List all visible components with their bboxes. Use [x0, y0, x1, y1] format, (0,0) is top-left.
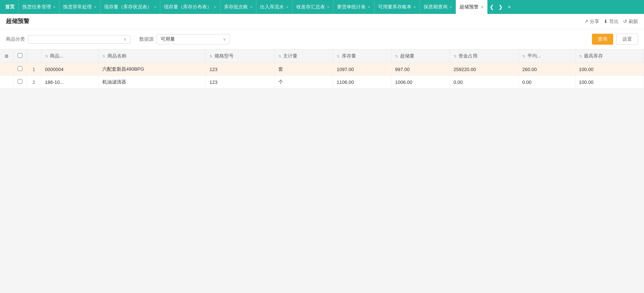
row-checkbox-cell[interactable]: [13, 63, 26, 76]
column-spec[interactable]: ⇅ 规格型号: [206, 49, 274, 63]
row-checkbox-cell[interactable]: [13, 76, 26, 89]
close-icon[interactable]: ×: [214, 5, 216, 9]
nav-tab-avail-stock[interactable]: 可用量库存账本 ×: [374, 0, 420, 14]
sort-icon: ⇅: [209, 54, 212, 58]
close-icon[interactable]: ×: [414, 5, 416, 9]
row-over-qty: 1006.00: [391, 76, 450, 89]
page-header: 超储预警 ↗ 分享 ⬇ 导出 ↺ 刷新: [0, 14, 644, 29]
refresh-button[interactable]: ↺ 刷新: [623, 18, 638, 25]
close-icon[interactable]: ×: [94, 5, 96, 9]
row-number: 1: [26, 63, 41, 76]
close-icon[interactable]: ×: [327, 5, 329, 9]
table-row: 2 186-10... 机油滤清器 123 个 1106.00 1006.00 …: [0, 76, 644, 89]
table-header-row: ⚙ ⇅ 商品... ⇅ 商品名称 ⇅ 规格型号: [0, 49, 644, 63]
row-checkbox[interactable]: [18, 66, 22, 71]
column-settings[interactable]: ⚙: [0, 49, 13, 63]
row-spec: 123: [206, 63, 274, 76]
column-max-stock[interactable]: ⇅ 最高库存: [575, 49, 644, 63]
close-icon[interactable]: ×: [250, 5, 252, 9]
row-avg: 260.00: [518, 63, 575, 76]
nav-tab-stock-batch[interactable]: 库存批次账 ×: [220, 0, 256, 14]
datasource-select[interactable]: 可用量 ∨: [157, 34, 230, 44]
row-capital-used: 0.00: [450, 76, 518, 89]
nav-arrow-right[interactable]: ❯: [496, 0, 505, 14]
column-avg[interactable]: ⇅ 平均...: [518, 49, 575, 63]
column-stock-qty[interactable]: ⇅ 库存量: [333, 49, 391, 63]
close-icon[interactable]: ×: [286, 5, 288, 9]
nav-tab-stock-status[interactable]: 现存量（库存状况表） ×: [100, 0, 160, 14]
datasource-filter: 数据源 可用量 ∨: [139, 34, 230, 44]
datasource-value: 可用量: [161, 36, 175, 42]
nav-arrow-close[interactable]: ×: [505, 0, 514, 14]
row-unit: 个: [274, 76, 333, 89]
nav-tab-home[interactable]: 首页: [1, 0, 19, 14]
column-capital-used[interactable]: ⇅ 资金占用: [450, 49, 518, 63]
column-unit[interactable]: ⇅ 主计量: [274, 49, 333, 63]
select-all-checkbox[interactable]: [18, 53, 22, 58]
row-unit: 套: [274, 63, 333, 76]
nav-tab-tuo-task[interactable]: 拣货任务管理 ×: [19, 0, 59, 14]
nav-tab-tuo-abnormal[interactable]: 拣货异常处理 ×: [59, 0, 100, 14]
table-row: 1 0000004 六配套新昌490BPG 123 套 1097.00 997.…: [0, 63, 644, 76]
nav-arrow-left[interactable]: ❮: [487, 0, 496, 14]
export-icon: ⬇: [604, 19, 608, 24]
row-over-qty: 997.00: [391, 63, 450, 76]
category-filter: 商品分类 ∨: [6, 35, 131, 44]
row-number: 2: [26, 76, 41, 89]
column-checkbox[interactable]: [13, 49, 26, 63]
row-capital-used: 259220.00: [450, 63, 518, 76]
top-navigation: 首页 拣货任务管理 × 拣货异常处理 × 现存量（库存状况表） × 现存量（库存…: [0, 0, 644, 14]
sort-icon: ⇅: [102, 54, 105, 58]
row-product-code: 186-10...: [41, 76, 98, 89]
query-button[interactable]: 查询: [592, 34, 613, 45]
close-icon[interactable]: ×: [368, 5, 370, 9]
datasource-label: 数据源: [139, 36, 154, 42]
category-select[interactable]: ∨: [28, 35, 131, 44]
row-spec: 123: [206, 76, 274, 89]
row-product-name: 机油滤清器: [98, 76, 205, 89]
column-product-name[interactable]: ⇅ 商品名称: [98, 49, 205, 63]
sort-icon: ⇅: [522, 54, 525, 58]
row-checkbox[interactable]: [18, 79, 22, 84]
dropdown-arrow-icon: ∨: [223, 37, 226, 42]
settings-button[interactable]: 设置: [616, 34, 638, 45]
column-row-num: [26, 49, 41, 63]
nav-tab-stock-dist[interactable]: 现存量（库存分布表） ×: [160, 0, 220, 14]
row-stock-qty: 1106.00: [333, 76, 391, 89]
row-settings-cell: [0, 76, 13, 89]
data-table-container: ⚙ ⇅ 商品... ⇅ 商品名称 ⇅ 规格型号: [0, 49, 644, 89]
nav-tab-quality-check[interactable]: 保质期查询 ×: [420, 0, 456, 14]
gear-icon[interactable]: ⚙: [4, 53, 9, 59]
row-product-code: 0000004: [41, 63, 98, 76]
nav-tab-inout-flow[interactable]: 出入库流水 ×: [256, 0, 292, 14]
row-max-stock: 100.00: [575, 76, 644, 89]
column-over-qty[interactable]: ⇅ 超储量: [391, 49, 450, 63]
sort-icon: ⇅: [45, 54, 48, 58]
dropdown-arrow-icon: ∨: [124, 37, 127, 42]
sort-icon: ⇅: [337, 54, 340, 58]
nav-tab-overstock[interactable]: 超储预警 ×: [456, 0, 487, 14]
filter-actions: 查询 设置: [592, 34, 638, 45]
category-label: 商品分类: [6, 36, 25, 42]
row-stock-qty: 1097.00: [333, 63, 391, 76]
nav-tab-order-stats[interactable]: 要货单统计表 ×: [333, 0, 374, 14]
refresh-icon: ↺: [623, 19, 627, 24]
sort-icon: ⇅: [395, 54, 398, 58]
close-icon[interactable]: ×: [450, 5, 452, 9]
sort-icon: ⇅: [278, 54, 281, 58]
export-button[interactable]: ⬇ 导出: [604, 18, 619, 25]
nav-tab-recv-summary[interactable]: 收发存汇总表 ×: [293, 0, 333, 14]
filter-row: 商品分类 ∨ 数据源 可用量 ∨ 查询 设置: [0, 29, 644, 49]
row-settings-cell: [0, 63, 13, 76]
close-icon[interactable]: ×: [154, 5, 156, 9]
share-button[interactable]: ↗ 分享: [584, 18, 599, 25]
overstock-table: ⚙ ⇅ 商品... ⇅ 商品名称 ⇅ 规格型号: [0, 49, 644, 89]
column-product-code[interactable]: ⇅ 商品...: [41, 49, 98, 63]
sort-icon: ⇅: [579, 54, 582, 58]
row-max-stock: 100.00: [575, 63, 644, 76]
close-icon[interactable]: ×: [481, 5, 483, 9]
table-body: 1 0000004 六配套新昌490BPG 123 套 1097.00 997.…: [0, 63, 644, 89]
close-icon[interactable]: ×: [53, 5, 55, 9]
header-actions: ↗ 分享 ⬇ 导出 ↺ 刷新: [584, 18, 638, 25]
sort-icon: ⇅: [454, 54, 457, 58]
